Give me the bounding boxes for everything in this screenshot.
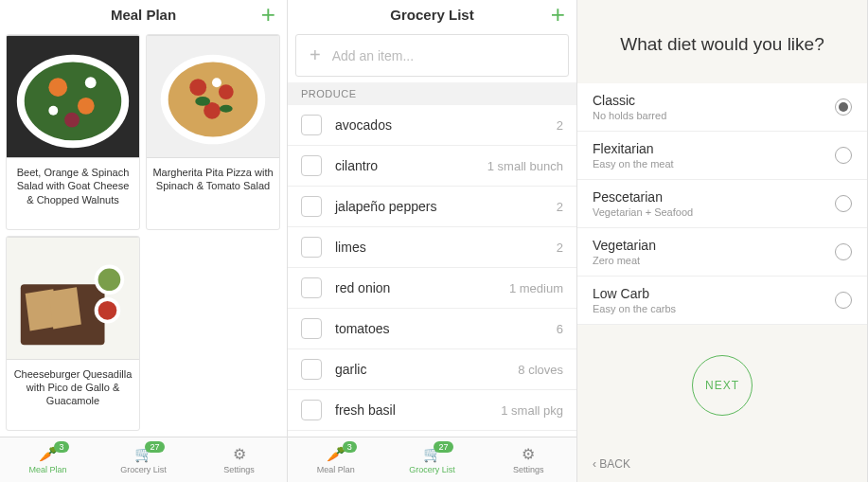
cart-icon: 🛒27 [134,445,153,463]
badge: 27 [145,441,164,453]
grocery-row[interactable]: limes2 [288,227,576,268]
meal-grid[interactable]: Beet, Orange & Spinach Salad with Goat C… [0,28,287,437]
svg-point-15 [220,105,233,113]
grocery-row[interactable]: fresh basil1 small pkg [288,390,576,431]
tab-meal-plan[interactable]: 🥕3 Meal Plan [0,437,96,482]
tab-settings[interactable]: ⚙ Settings [191,437,287,482]
svg-point-16 [212,78,221,87]
meal-card[interactable]: Beet, Orange & Spinach Salad with Goat C… [6,34,140,230]
grocery-row[interactable]: garlic8 cloves [288,349,576,390]
diet-name: Pescetarian [593,189,835,205]
svg-point-7 [48,106,58,116]
svg-point-20 [98,268,121,291]
tab-bar: 🥕3 Meal Plan 🛒27 Grocery List ⚙ Settings [0,437,287,482]
grocery-qty: 1 small bunch [487,159,563,173]
meal-title: Beet, Orange & Spinach Salad with Goat C… [7,158,139,214]
settings-icon: ⚙ [233,445,246,463]
tab-grocery-list[interactable]: 🛒27 Grocery List [96,437,191,482]
carrot-icon: 🥕3 [327,445,345,463]
diet-option[interactable]: ClassicNo holds barred [577,83,867,132]
radio-button[interactable] [835,147,852,164]
grocery-qty: 1 medium [509,281,563,295]
tab-meal-plan[interactable]: 🥕3 Meal Plan [288,437,384,482]
grocery-row[interactable]: tomatoes6 [288,309,576,349]
radio-button[interactable] [835,98,852,116]
meal-plan-screen: Meal Plan + Beet, Orange & Spinach Salad… [0,0,288,482]
diet-name: Flexitarian [593,141,835,156]
header: Meal Plan + [0,0,287,28]
diet-option[interactable]: FlexitarianEasy on the meat [577,132,867,180]
tab-grocery-list[interactable]: 🛒27 Grocery List [384,437,481,482]
checkbox[interactable] [301,277,322,298]
svg-point-2 [25,62,122,141]
checkbox[interactable] [301,237,322,258]
svg-point-3 [48,78,67,97]
back-button[interactable]: ‹ BACK [577,446,867,482]
grocery-name: fresh basil [335,402,501,418]
tab-label: Meal Plan [317,465,355,474]
meal-image [7,237,139,360]
grocery-row[interactable]: avocados2 [288,105,576,146]
checkbox[interactable] [301,155,322,176]
checkbox[interactable] [301,400,322,420]
tab-settings[interactable]: ⚙ Settings [480,437,576,482]
grocery-qty: 1 small pkg [501,403,563,418]
section-header: PRODUCE [288,82,576,105]
add-item-button[interactable]: + [551,0,565,29]
diet-subtitle: No holds barred [593,110,835,121]
diet-name: Vegetarian [593,238,835,253]
badge: 3 [343,441,357,453]
grocery-qty: 2 [557,200,563,214]
grocery-name: limes [335,240,557,255]
svg-point-6 [85,77,97,88]
grocery-name: garlic [335,362,518,377]
grocery-name: red onion [335,280,509,295]
tab-label: Grocery List [409,465,455,474]
grocery-name: cilantro [335,158,487,173]
radio-button[interactable] [835,292,852,309]
diet-name: Low Carb [593,286,835,301]
tab-label: Grocery List [120,465,167,474]
radio-button[interactable] [835,243,852,260]
diet-option[interactable]: VegetarianZero meat [577,228,867,277]
tab-label: Settings [223,465,255,474]
radio-button[interactable] [835,195,852,212]
plus-icon: + [310,45,321,66]
meal-title: Cheeseburger Quesadilla with Pico de Gal… [7,360,139,416]
cart-icon: 🛒27 [423,445,442,463]
settings-icon: ⚙ [522,445,535,463]
grocery-row[interactable]: red onion1 medium [288,268,576,309]
diet-option[interactable]: PescetarianVegetarian + Seafood [577,180,867,228]
meal-image [147,35,279,158]
checkbox[interactable] [301,318,322,339]
add-meal-button[interactable]: + [261,0,275,29]
carrot-icon: 🥕3 [39,445,58,463]
add-item-placeholder: Add an item... [332,48,414,63]
meal-card[interactable]: Cheeseburger Quesadilla with Pico de Gal… [6,236,140,432]
checkbox[interactable] [301,359,322,380]
grocery-row[interactable]: cilantro1 small bunch [288,146,576,187]
diet-subtitle: Easy on the meat [593,158,835,170]
next-button[interactable]: NEXT [692,355,753,416]
grocery-row[interactable]: jalapeño peppers2 [288,187,576,227]
checkbox[interactable] [301,196,322,217]
tab-label: Settings [513,465,544,474]
checkbox[interactable] [301,115,322,135]
grocery-list-screen: Grocery List + + Add an item... PRODUCE … [288,0,577,482]
page-title: Grocery List [390,7,473,23]
svg-point-4 [78,98,95,115]
grocery-list[interactable]: PRODUCE avocados2cilantro1 small bunchja… [288,82,576,437]
diet-option[interactable]: Low CarbEasy on the carbs [577,277,867,325]
svg-point-12 [219,84,234,99]
page-title: Meal Plan [111,7,176,23]
meal-title: Margherita Pita Pizza with Spinach & Tom… [147,158,279,201]
add-item-input[interactable]: + Add an item... [295,34,569,77]
meal-card[interactable]: Margherita Pita Pizza with Spinach & Tom… [146,34,280,230]
diet-name: Classic [593,93,835,108]
diet-subtitle: Easy on the carbs [593,303,835,314]
grocery-qty: 2 [557,241,563,255]
svg-point-22 [98,300,117,319]
tab-bar: 🥕3 Meal Plan 🛒27 Grocery List ⚙ Settings [288,437,576,482]
grocery-name: tomatoes [335,321,557,336]
header: Grocery List + [288,0,576,28]
